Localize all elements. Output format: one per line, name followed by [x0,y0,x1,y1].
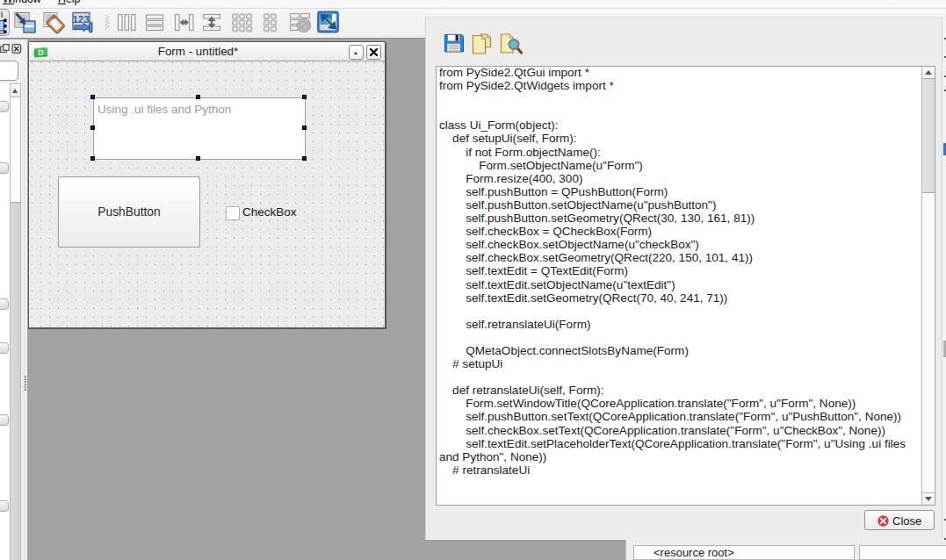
svg-text:123: 123 [72,14,89,25]
svg-text:D: D [38,48,43,57]
